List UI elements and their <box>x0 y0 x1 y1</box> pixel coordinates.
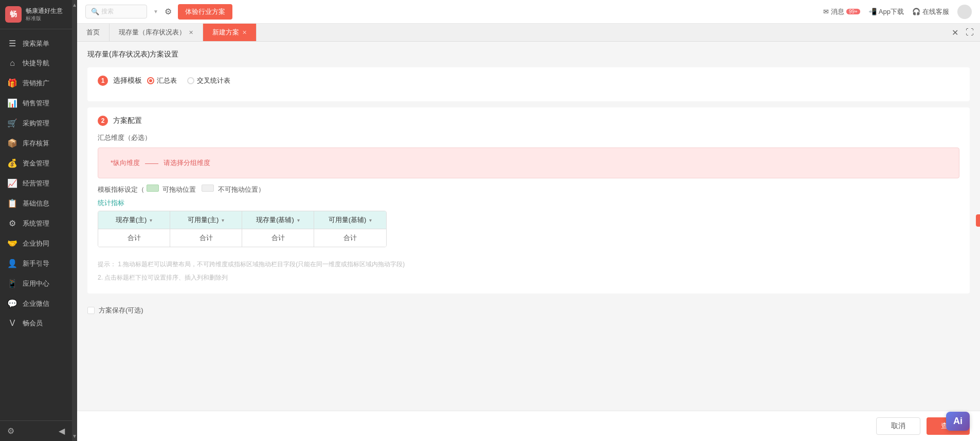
scroll-up-arrow[interactable]: ▲ <box>72 0 77 10</box>
sidebar-item-label: 基础信息 <box>23 199 49 208</box>
chevron-down-icon-2[interactable]: ▾ <box>297 217 300 223</box>
sidebar-footer: ⚙ ◀ <box>0 420 72 441</box>
doc-icon: 📋 <box>7 198 17 208</box>
radio-group: 汇总表 交叉统计表 <box>147 76 230 85</box>
scroll-down-arrow[interactable]: ▼ <box>72 431 77 441</box>
sidebar-item-inventory[interactable]: 📦 库存核算 <box>0 133 72 153</box>
tabs-actions: ✕ ⛶ <box>950 27 980 39</box>
sidebar-item-system[interactable]: ⚙ 系统管理 <box>0 213 72 233</box>
tab-new-plan-label: 新建方案 <box>212 28 239 37</box>
sidebar-item-app-center[interactable]: 📱 应用中心 <box>0 273 72 293</box>
page-title: 现存量(库存状况表)方案设置 <box>87 50 970 59</box>
stats-col-1-header-text: 可用量(主) <box>188 215 219 225</box>
stats-table: 现存量(主) ▾ 可用量(主) ▾ 现存量(基辅) ▾ 可用量(基辅) <box>98 211 387 247</box>
sidebar-item-newcomer[interactable]: 👤 新手引导 <box>0 253 72 273</box>
sidebar-item-label: 系统管理 <box>23 219 49 228</box>
sidebar-item-purchase[interactable]: 🛒 采购管理 <box>0 113 72 133</box>
tab-home-label: 首页 <box>86 28 100 37</box>
indicator-drag-label: 可拖动位置 <box>162 186 196 193</box>
chevron-down-icon-0[interactable]: ▾ <box>150 217 152 223</box>
cancel-button[interactable]: 取消 <box>876 417 920 435</box>
stats-col-0-header[interactable]: 现存量(主) ▾ <box>98 211 170 229</box>
app-download-label: App下载 <box>879 7 904 16</box>
phone-download-icon: 📲 <box>868 8 877 15</box>
sidebar-item-cooperation[interactable]: 🤝 企业协同 <box>0 233 72 253</box>
nodrag-legend-box <box>202 185 214 192</box>
section2-num: 2 <box>98 116 108 126</box>
dimension-required-label: 汇总维度（必选） <box>98 133 959 142</box>
messages-btn[interactable]: ✉ 消息 99+ <box>823 7 860 16</box>
stats-col-3-header-text: 可用量(基辅) <box>329 215 367 225</box>
sidebar-item-search-menu[interactable]: ☰ 搜索菜单 <box>0 33 72 53</box>
collapse-icon[interactable]: ◀ <box>59 426 65 436</box>
handshake-icon: 🤝 <box>7 238 17 248</box>
sidebar-item-label: 采购管理 <box>23 119 49 128</box>
stats-col-2-footer-text: 合计 <box>271 233 285 243</box>
stats-col-2-header-text: 现存量(基辅) <box>256 215 294 225</box>
experience-btn[interactable]: 体验行业方案 <box>178 4 232 20</box>
tab-expand-icon[interactable]: ⛶ <box>964 27 976 38</box>
sidebar-item-basic-info[interactable]: 📋 基础信息 <box>0 193 72 213</box>
sidebar-item-label: 新手引导 <box>23 259 49 268</box>
right-edge-tab[interactable] <box>976 214 980 227</box>
dimension-row[interactable]: *纵向维度 —— 请选择分组维度 <box>98 148 959 178</box>
save-checkbox[interactable] <box>87 307 95 314</box>
stats-col-3-header[interactable]: 可用量(基辅) ▾ <box>314 211 386 229</box>
user-icon: 👤 <box>7 259 17 268</box>
dropdown-arrow[interactable]: ▼ <box>153 9 158 14</box>
main-content: 🔍 搜索 ▼ ⚙ 体验行业方案 ✉ 消息 99+ 📲 App下载 🎧 在线客服 <box>77 0 980 441</box>
home-icon: ⌂ <box>7 59 17 68</box>
message-icon: ✉ <box>823 8 829 15</box>
stats-col-2-header[interactable]: 现存量(基辅) ▾ <box>242 211 314 229</box>
tab-inventory-close-icon[interactable]: ✕ <box>189 29 193 36</box>
tip-2: 2. 点击标题栏下拉可设置排序、插入列和删除列 <box>98 272 959 284</box>
tab-new-plan[interactable]: 新建方案 ✕ <box>203 24 257 41</box>
tab-inventory-status[interactable]: 现存量（库存状况表） ✕ <box>110 24 203 41</box>
chevron-down-icon-3[interactable]: ▾ <box>369 217 372 223</box>
indicator-title-text: 模板指标设定（ <box>98 186 144 193</box>
tab-home[interactable]: 首页 <box>77 24 110 41</box>
stats-col-0-header-text: 现存量(主) <box>116 215 147 225</box>
sidebar-item-marketing[interactable]: 🎁 营销推广 <box>0 73 72 93</box>
stats-label: 统计指标 <box>98 198 959 208</box>
tab-new-plan-close-icon[interactable]: ✕ <box>242 29 247 36</box>
stats-col-1-header[interactable]: 可用量(主) ▾ <box>170 211 242 229</box>
stats-header-row: 现存量(主) ▾ 可用量(主) ▾ 现存量(基辅) ▾ 可用量(基辅) <box>98 211 386 229</box>
topbar-gear-icon[interactable]: ⚙ <box>165 7 172 16</box>
sidebar-item-sales[interactable]: 📊 销售管理 <box>0 93 72 113</box>
logo-icon: 畅 <box>5 6 22 23</box>
radio-cross-circle <box>187 77 194 84</box>
sidebar-item-wechat[interactable]: 💬 企业微信 <box>0 293 72 314</box>
stats-col-1-footer: 合计 <box>170 229 242 247</box>
settings-icon[interactable]: ⚙ <box>7 426 14 436</box>
sidebar-item-finance[interactable]: 💰 资金管理 <box>0 153 72 173</box>
trend-icon: 📈 <box>7 178 17 188</box>
chevron-down-icon-1[interactable]: ▾ <box>222 217 224 223</box>
sidebar-item-quick-nav[interactable]: ⌂ 快捷导航 <box>0 53 72 73</box>
stats-col-3-footer-text: 合计 <box>343 233 357 243</box>
sidebar-item-label: 销售管理 <box>23 99 49 108</box>
radio-cross[interactable]: 交叉统计表 <box>187 76 230 85</box>
app-download-btn[interactable]: 📲 App下载 <box>868 7 904 16</box>
sidebar-item-operation[interactable]: 📈 经营管理 <box>0 173 72 193</box>
sidebar-item-label: 营销推广 <box>23 79 49 88</box>
radio-cross-label: 交叉统计表 <box>197 76 230 85</box>
sidebar-scrollbar[interactable]: ▲ ▼ <box>72 0 77 441</box>
section1-title: 选择模板 <box>113 76 142 85</box>
ai-badge[interactable]: Ai <box>946 412 970 431</box>
gear-icon: ⚙ <box>7 218 17 228</box>
wechat-icon: 💬 <box>7 299 17 308</box>
sidebar-item-label: 库存核算 <box>23 139 49 148</box>
sidebar-item-member[interactable]: V 畅会员 <box>0 314 72 333</box>
sidebar-item-label: 搜索菜单 <box>23 39 49 48</box>
stats-col-2-footer: 合计 <box>242 229 314 247</box>
tab-close-action-icon[interactable]: ✕ <box>950 27 960 39</box>
search-menu-icon: ☰ <box>7 39 17 48</box>
drag-legend-box <box>147 185 159 192</box>
save-area: 方案保存(可选) <box>87 300 970 321</box>
online-service-btn[interactable]: 🎧 在线客服 <box>912 7 949 16</box>
radio-summary[interactable]: 汇总表 <box>147 76 177 85</box>
sidebar: 畅 畅康通好生意 标准版 ☰ 搜索菜单 ⌂ 快捷导航 🎁 营销推广 📊 销售管理… <box>0 0 72 441</box>
user-avatar[interactable] <box>957 5 972 19</box>
topbar-search[interactable]: 🔍 搜索 <box>85 5 147 19</box>
